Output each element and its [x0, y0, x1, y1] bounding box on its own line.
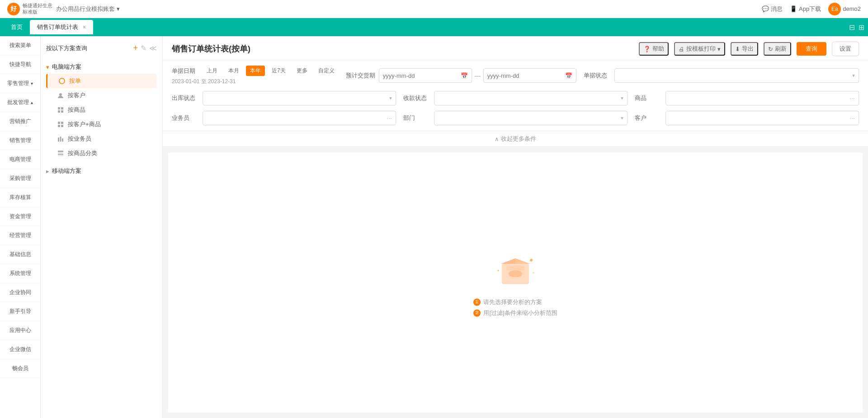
collapse-icon: ∧ — [495, 136, 499, 142]
sidebar-item-wechat[interactable]: 企业微信 — [0, 340, 40, 359]
tab-close-icon[interactable]: × — [83, 24, 86, 30]
scheme-item-by-salesman[interactable]: 按业务员 — [46, 132, 157, 146]
date-btn-this-month[interactable]: 本月 — [224, 66, 243, 76]
sidebar: 搜索菜单 快捷导航 零售管理 ▾ 批发管理 ▴ 营销推广 销售管理 电商管理 采… — [0, 36, 41, 418]
circle-icon — [58, 77, 66, 85]
sidebar-item-guide[interactable]: 新手引导 — [0, 302, 40, 321]
filter-row-2: 出库状态 ▾ 收款状态 ▾ — [172, 91, 859, 105]
chevron-down-icon: ▾ — [31, 81, 33, 86]
svg-rect-14 — [58, 152, 63, 153]
account-dropdown[interactable]: 办公用品行业模拟账套 ▾ — [56, 5, 120, 13]
svg-rect-7 — [61, 122, 63, 124]
sidebar-item-purchase[interactable]: 采购管理 — [0, 169, 40, 188]
delivery-date-start[interactable]: 📅 — [379, 68, 472, 83]
scheme-item-by-goods-category[interactable]: 按商品分类 — [46, 146, 157, 161]
scheme-item-by-goods[interactable]: 按商品 — [46, 103, 157, 117]
filter-row-3: 业务员 ··· 部门 ▾ — [172, 111, 859, 125]
date-btn-custom[interactable]: 自定义 — [314, 66, 339, 76]
grid2-icon — [57, 121, 64, 128]
app-download-btn[interactable]: 📱 App下载 — [790, 5, 821, 13]
delivery-date-end[interactable]: 📅 — [483, 68, 576, 83]
date-btn-last-month[interactable]: 上月 — [203, 66, 222, 76]
sidebar-item-system[interactable]: 系统管理 — [0, 264, 40, 283]
filter-dept: 部门 ▾ — [403, 111, 627, 125]
messages-btn[interactable]: 💬 消息 — [762, 5, 783, 13]
tab-actions: ⊟ ⊞ — [849, 23, 864, 32]
delivery-date-range: 📅 — 📅 — [379, 68, 576, 83]
bill-status-input[interactable] — [619, 72, 854, 79]
dept-text-input[interactable] — [439, 115, 623, 122]
svg-rect-4 — [58, 110, 60, 113]
left-panel: 按以下方案查询 + ✎ ≪ ▾ 电脑端方案 — [41, 36, 163, 418]
bar-chart-icon — [57, 135, 64, 142]
hint1-num: ① — [473, 299, 481, 306]
sidebar-item-basic[interactable]: 基础信息 — [0, 245, 40, 264]
dept-select[interactable]: ▾ — [434, 111, 627, 125]
ship-status-input[interactable] — [208, 95, 391, 102]
collapse-btn[interactable]: ∧ 收起更多条件 — [495, 135, 536, 143]
maximize-icon[interactable]: ⊞ — [859, 23, 864, 32]
sidebar-item-member[interactable]: 畅会员 — [0, 359, 40, 378]
goods-text-input[interactable] — [670, 95, 854, 102]
sidebar-search[interactable]: 搜索菜单 — [0, 36, 40, 55]
pay-status-select[interactable]: ▾ — [434, 91, 627, 105]
tab-sales-statistics[interactable]: 销售订单统计表 × — [30, 20, 93, 34]
left-panel-header: 按以下方案查询 + ✎ ≪ — [41, 41, 162, 56]
sidebar-item-apps[interactable]: 应用中心 — [0, 321, 40, 340]
scheme-category-pc-title[interactable]: ▾ 电脑端方案 — [46, 60, 157, 74]
salesman-input[interactable]: ··· — [203, 111, 396, 125]
date-btn-7days[interactable]: 近7天 — [268, 66, 290, 76]
bill-status-select[interactable]: ▾ — [614, 68, 859, 83]
sidebar-item-inventory[interactable]: 库存核算 — [0, 188, 40, 207]
ellipsis-icon3: ··· — [849, 114, 855, 122]
collapse-panel-btn[interactable]: ≪ — [149, 44, 157, 52]
pay-status-input[interactable] — [439, 95, 623, 102]
scheme-item-by-customer-goods[interactable]: 按客户+商品 — [46, 117, 157, 132]
scheme-item-by-customer[interactable]: 按客户 — [46, 88, 157, 103]
goods-input[interactable]: ··· — [665, 91, 859, 105]
sidebar-item-wholesale[interactable]: 批发管理 ▴ — [0, 93, 40, 112]
sidebar-item-retail[interactable]: 零售管理 ▾ — [0, 74, 40, 93]
sidebar-item-management[interactable]: 经营管理 — [0, 226, 40, 245]
dept-label: 部门 — [403, 114, 430, 122]
minimize-icon[interactable]: ⊟ — [849, 23, 855, 32]
user-area[interactable]: Ea demo2 — [828, 3, 861, 15]
edit-scheme-btn[interactable]: ✎ — [141, 44, 146, 52]
filter-bill-date: 单据日期 上月 本月 本年 近7天 更多 自定义 2023 — [172, 66, 339, 86]
top-bar: 好 畅捷通好生意 标准版 办公用品行业模拟账套 ▾ 💬 消息 📱 App下载 E… — [0, 0, 868, 18]
add-scheme-btn[interactable]: + — [133, 43, 138, 53]
export-btn[interactable]: ⬇ 导出 — [731, 42, 758, 56]
delivery-start-input[interactable] — [383, 72, 459, 79]
scheme-category-mobile-title[interactable]: ▸ 移动端方案 — [46, 164, 157, 178]
chevron-down-icon: ▾ — [717, 46, 721, 52]
sidebar-quick-nav[interactable]: 快捷导航 — [0, 55, 40, 74]
sidebar-item-enterprise[interactable]: 企业协同 — [0, 283, 40, 302]
customer-text-input[interactable] — [670, 115, 854, 122]
svg-point-19 — [509, 270, 522, 277]
date-btn-more[interactable]: 更多 — [292, 66, 311, 76]
scheme-item-by-bill[interactable]: 按单 — [46, 74, 157, 88]
empty-state: ① 请先选择要分析的方案 ② 用[过滤]条件来缩小分析范围 — [168, 152, 863, 413]
sidebar-item-ecommerce[interactable]: 电商管理 — [0, 150, 40, 169]
delivery-end-input[interactable] — [487, 72, 563, 79]
salesman-text-input[interactable] — [208, 115, 391, 122]
search-btn[interactable]: 查询 — [797, 42, 826, 56]
chevron-down-icon: ▾ — [117, 5, 120, 12]
date-quick-btns: 上月 本月 本年 近7天 更多 自定义 — [203, 66, 339, 76]
settings-btn[interactable]: 设置 — [832, 42, 859, 56]
svg-point-21 — [497, 270, 499, 271]
page-actions: ❓ 帮助 🖨 按模板打印 ▾ ⬇ 导出 ↻ — [639, 42, 859, 56]
sidebar-item-sales[interactable]: 销售管理 — [0, 131, 40, 150]
ship-status-select[interactable]: ▾ — [203, 91, 396, 105]
help-btn[interactable]: ❓ 帮助 — [639, 42, 669, 56]
date-btn-this-year[interactable]: 本年 — [246, 66, 265, 76]
sidebar-item-marketing[interactable]: 营销推广 — [0, 112, 40, 131]
sidebar-item-finance[interactable]: 资金管理 — [0, 207, 40, 226]
tab-home[interactable]: 首页 — [4, 20, 30, 34]
scheme-category-pc: ▾ 电脑端方案 按单 按客户 — [41, 58, 162, 162]
customer-input[interactable]: ··· — [665, 111, 859, 125]
print-btn[interactable]: 🖨 按模板打印 ▾ — [674, 42, 725, 56]
person-icon — [57, 92, 64, 99]
filter-salesman: 业务员 ··· — [172, 111, 396, 125]
refresh-btn[interactable]: ↻ 刷新 — [764, 42, 791, 56]
